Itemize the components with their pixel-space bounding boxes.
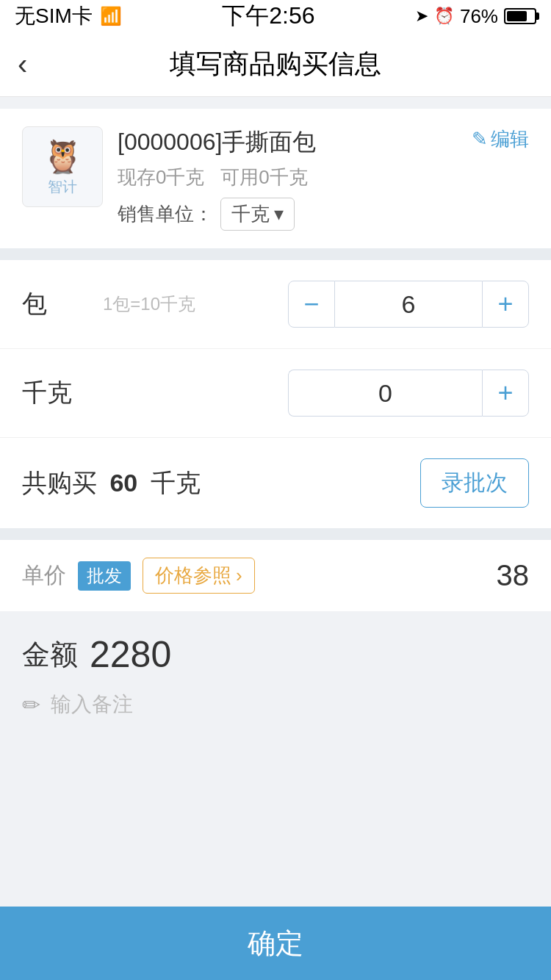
- kg-controls: +: [288, 370, 529, 417]
- product-info: [0000006]手撕面包 现存0千克 可用0千克 销售单位： 千克 ▾: [118, 126, 457, 231]
- chevron-right-icon: ›: [236, 564, 242, 587]
- price-section: 单价 批发 价格参照 › 38: [0, 540, 551, 611]
- pack-input-row: 包 1包=10千克 − +: [0, 260, 551, 349]
- wifi-icon: 📶: [100, 6, 122, 26]
- remark-row[interactable]: ✏ 输入备注: [22, 691, 529, 741]
- input-section: 包 1包=10千克 − + 千克 +: [0, 260, 551, 438]
- kg-input-row: 千克 +: [0, 349, 551, 438]
- product-image: 🦉 智计: [22, 126, 103, 207]
- back-button[interactable]: ‹: [18, 48, 27, 81]
- amount-row: 金额 2280: [22, 633, 529, 676]
- status-time: 下午2:56: [222, 0, 314, 32]
- carrier-text: 无SIM卡: [15, 2, 93, 30]
- status-right: ➤ ⏰ 76%: [415, 5, 536, 28]
- edit-icon: ✎: [472, 128, 488, 151]
- section-divider-2: [0, 528, 551, 540]
- alarm-icon: ⏰: [434, 7, 454, 26]
- unit-select[interactable]: 千克 ▾: [220, 198, 295, 231]
- product-stock: 现存0千克 可用0千克: [118, 165, 457, 190]
- price-reference-button[interactable]: 价格参照 ›: [143, 558, 255, 594]
- pack-quantity-input[interactable]: [335, 281, 482, 328]
- pencil-icon: ✏: [22, 692, 40, 718]
- nav-bar: ‹ 填写商品购买信息: [0, 32, 551, 97]
- content-spacer: [0, 741, 551, 907]
- pack-minus-button[interactable]: −: [288, 281, 335, 328]
- product-unit-row: 销售单位： 千克 ▾: [118, 198, 457, 231]
- kg-label: 千克: [22, 376, 96, 410]
- edit-button[interactable]: ✎ 编辑: [472, 126, 529, 152]
- dropdown-icon: ▾: [274, 203, 284, 226]
- summary-text: 共购买 60 千克: [22, 466, 201, 500]
- summary-row: 共购买 60 千克 录批次: [0, 438, 551, 528]
- location-icon: ➤: [415, 7, 428, 26]
- product-actions: ✎ 编辑: [472, 126, 529, 152]
- amount-value: 2280: [90, 633, 171, 676]
- pack-label: 包: [22, 287, 96, 321]
- kg-quantity-input[interactable]: [288, 370, 482, 417]
- status-carrier: 无SIM卡 📶: [15, 2, 122, 30]
- kg-plus-button[interactable]: +: [482, 370, 529, 417]
- status-bar: 无SIM卡 📶 下午2:56 ➤ ⏰ 76%: [0, 0, 551, 32]
- page-title: 填写商品购买信息: [170, 46, 381, 82]
- total-quantity: 60: [109, 469, 137, 497]
- product-name: [0000006]手撕面包: [118, 126, 457, 159]
- battery-icon: [504, 8, 536, 24]
- price-label: 单价: [22, 561, 66, 591]
- logo-text: 智计: [48, 177, 77, 197]
- pack-hint: 1包=10千克: [103, 292, 195, 316]
- price-type-tag: 批发: [78, 561, 131, 591]
- price-value: 38: [497, 559, 530, 592]
- product-card: 🦉 智计 [0000006]手撕面包 现存0千克 可用0千克 销售单位： 千克 …: [0, 109, 551, 248]
- battery-percent: 76%: [460, 5, 498, 28]
- amount-label: 金额: [22, 636, 78, 674]
- remark-placeholder: 输入备注: [51, 691, 133, 718]
- section-divider-1: [0, 248, 551, 260]
- pack-controls: − +: [288, 281, 529, 328]
- batch-button[interactable]: 录批次: [420, 458, 529, 508]
- pack-plus-button[interactable]: +: [482, 281, 529, 328]
- confirm-button[interactable]: 确定: [0, 907, 551, 980]
- owl-icon: 🦉: [43, 137, 83, 176]
- amount-section: 金额 2280 ✏ 输入备注: [0, 611, 551, 741]
- unit-label: 销售单位：: [118, 201, 213, 227]
